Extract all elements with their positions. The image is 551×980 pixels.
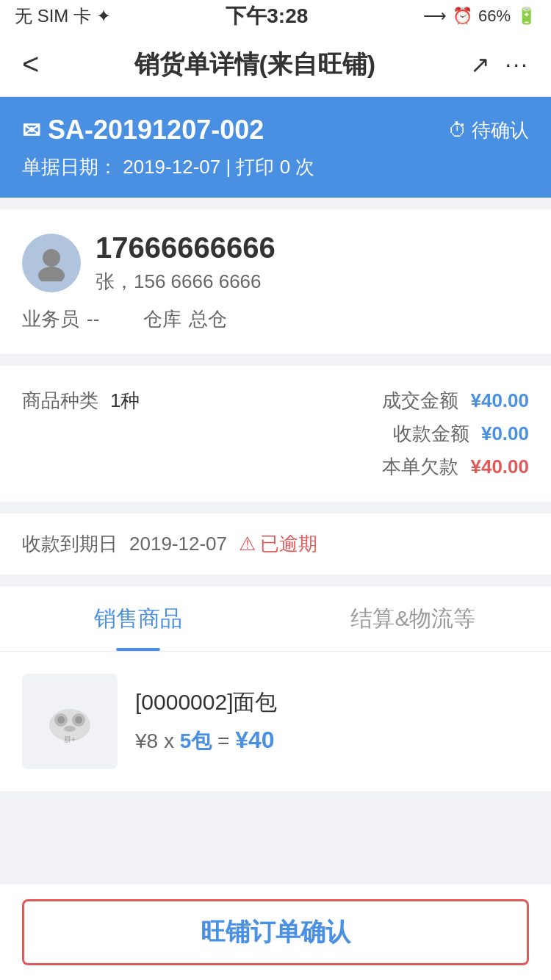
share-icon[interactable]: ↗ [470,51,490,79]
customer-section: 17666666666 张，156 6666 6666 业务员 -- 仓库 总仓 [0,209,551,354]
status-bar: 无 SIM 卡 ✦ 下午3:28 ⟶ ⏰ 66% 🔋 [0,0,551,32]
product-item: 群+ [0000002]面包 ¥8 x 5包 = ¥40 [22,674,529,769]
received-amount-value: ¥0.00 [481,422,529,445]
product-name: [0000002]面包 [135,688,529,718]
product-type: 商品种类 1种 [22,388,140,414]
page-title: 销货单详情(来自旺铺) [134,48,376,82]
due-date: 2019-12-07 [129,533,227,555]
product-type-value: 1种 [110,388,140,414]
svg-point-5 [57,716,65,724]
deal-amount-row: 成交金额 ¥40.00 [382,388,529,414]
order-date: 单据日期： 2019-12-07 | 打印 0 次 [22,154,529,180]
warning-icon: ⚠ [239,533,256,555]
amounts: 成交金额 ¥40.00 收款金额 ¥0.00 本单欠款 ¥40.00 [382,388,529,480]
product-price: ¥8 x 5包 = ¥40 [135,727,529,755]
svg-point-1 [38,267,65,281]
customer-meta: 业务员 -- 仓库 总仓 [22,306,529,332]
warehouse-value: 总仓 [189,306,227,332]
product-type-label: 商品种类 [22,388,98,414]
tab-settlement[interactable]: 结算&物流等 [276,586,551,651]
due-label: 收款到期日 [22,531,118,557]
order-id: ✉ SA-20191207-002 [22,115,264,145]
warehouse-label: 仓库 [143,306,181,332]
nav-right: ↗ ··· [470,51,529,79]
nav-bar: < 销货单详情(来自旺铺) ↗ ··· [0,32,551,97]
due-section: 收款到期日 2019-12-07 ⚠ 已逾期 [0,514,551,574]
nav-left: < [22,48,39,81]
alarm-icon: ⏰ [453,7,472,26]
debt-amount-value: ¥40.00 [470,455,529,478]
debt-amount-row: 本单欠款 ¥40.00 [382,454,529,480]
status-right: ⟶ ⏰ 66% 🔋 [423,7,536,26]
header-card: ✉ SA-20191207-002 ⏱ 待确认 单据日期： 2019-12-07… [0,97,551,198]
battery-label: 66% [478,7,511,26]
order-status: ⏱ 待确认 [448,118,529,143]
received-amount-row: 收款金额 ¥0.00 [393,421,529,447]
summary-section: 商品种类 1种 成交金额 ¥40.00 收款金额 ¥0.00 本单欠款 ¥40.… [0,366,551,502]
sales-value: -- [87,308,99,331]
sim-label: 无 SIM 卡 ✦ [15,4,111,28]
overdue-badge: ⚠ 已逾期 [239,531,317,557]
warehouse-meta: 仓库 总仓 [143,306,227,332]
tabs-section: 销售商品 结算&物流等 群+ [0,586,551,791]
bottom-area: 旺铺订单确认 [0,884,551,980]
overdue-label: 已逾期 [260,531,317,557]
product-list: 群+ [0000002]面包 ¥8 x 5包 = ¥40 [0,652,551,791]
svg-text:群+: 群+ [64,735,76,743]
svg-point-0 [43,249,60,267]
avatar [22,234,81,292]
sales-meta: 业务员 -- [22,306,99,332]
tab-sales[interactable]: 销售商品 [0,586,276,651]
location-icon: ⟶ [423,7,447,26]
status-time: 下午3:28 [226,2,308,30]
sales-label: 业务员 [22,306,79,332]
more-icon[interactable]: ··· [505,51,529,78]
deal-amount-value: ¥40.00 [470,389,529,412]
clock-icon: ⏱ [448,119,467,142]
received-amount-label: 收款金额 [393,421,469,447]
status-left: 无 SIM 卡 ✦ [15,4,111,28]
battery-icon: 🔋 [516,7,536,26]
tabs-row: 销售商品 结算&物流等 [0,586,551,652]
inbox-icon: ✉ [22,118,40,143]
svg-point-6 [75,716,82,724]
customer-name-phone: 张，156 6666 6666 [96,269,276,295]
product-details: [0000002]面包 ¥8 x 5包 = ¥40 [135,688,529,755]
debt-amount-label: 本单欠款 [382,454,458,480]
customer-phone: 17666666666 [96,231,276,264]
product-image: 群+ [22,674,118,769]
svg-point-7 [64,726,76,732]
confirm-button[interactable]: 旺铺订单确认 [22,899,529,965]
back-button[interactable]: < [22,48,39,81]
deal-amount-label: 成交金额 [382,388,458,414]
